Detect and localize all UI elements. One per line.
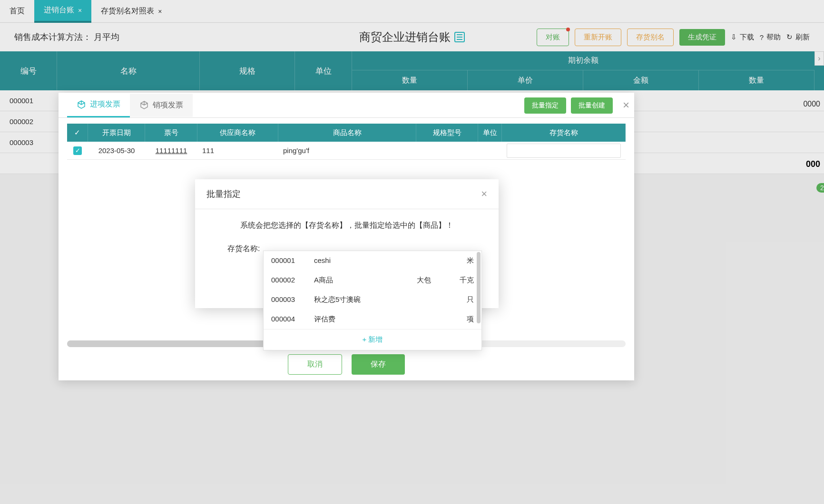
panel-actions: 批量指定 批量创建 <box>524 97 613 114</box>
cell-supplier: 111 <box>197 146 278 155</box>
cell-goods: ping'gu'f <box>278 146 416 155</box>
modal-message: 系统会把您选择的【存货名称】，批量指定给选中的【商品】！ <box>206 221 487 231</box>
cancel-button[interactable]: 取消 <box>288 354 342 375</box>
th-unit: 单位 <box>478 124 502 142</box>
invoice-table-header: ✓ 开票日期 票号 供应商名称 商品名称 规格型号 单位 存货名称 <box>67 124 626 142</box>
modal-title: 批量指定 <box>206 188 241 200</box>
th-checkbox[interactable]: ✓ <box>67 124 88 142</box>
save-button[interactable]: 保存 <box>352 354 405 375</box>
th-goods: 商品名称 <box>278 124 416 142</box>
row-checkbox[interactable]: ✓ <box>67 146 88 155</box>
th-supplier: 供应商名称 <box>197 124 278 142</box>
panel-footer: 取消 保存 <box>59 354 634 375</box>
cell-stock-name[interactable] <box>502 144 626 158</box>
th-number: 票号 <box>145 124 197 142</box>
invoice-row: ✓ 2023-05-30 11111111 111 ping'gu'f <box>67 142 626 160</box>
th-date: 开票日期 <box>88 124 145 142</box>
modal-header: 批量指定 × <box>195 179 499 209</box>
cell-date: 2023-05-30 <box>88 146 145 155</box>
cube-icon <box>139 100 149 110</box>
invoice-tabs: 进项发票 销项发票 批量指定 批量创建 × <box>59 93 634 118</box>
stock-dropdown: 000001 ceshi 米 000002 A商品 大包 千克 000003 秋… <box>263 251 482 350</box>
batch-assign-button[interactable]: 批量指定 <box>524 97 566 114</box>
dropdown-list[interactable]: 000001 ceshi 米 000002 A商品 大包 千克 000003 秋… <box>264 251 481 329</box>
dropdown-option[interactable]: 000002 A商品 大包 千克 <box>264 271 481 290</box>
cell-number[interactable]: 11111111 <box>145 146 197 155</box>
tab-sales-invoice[interactable]: 销项发票 <box>130 94 193 117</box>
add-new-option[interactable]: + 新增 <box>264 329 481 350</box>
dropdown-option[interactable]: 000001 ceshi 米 <box>264 251 481 271</box>
cube-icon <box>77 100 86 109</box>
th-model: 规格型号 <box>416 124 478 142</box>
dropdown-option[interactable]: 000003 秋之恋5寸澳碗 只 <box>264 290 481 310</box>
th-stock-name: 存货名称 <box>502 124 626 142</box>
tab-income-invoice[interactable]: 进项发票 <box>67 93 130 117</box>
close-icon[interactable]: × <box>623 98 629 112</box>
dropdown-scrollbar[interactable] <box>477 252 481 323</box>
dropdown-option[interactable]: 000004 评估费 项 <box>264 310 481 329</box>
close-icon[interactable]: × <box>481 188 487 200</box>
batch-create-button[interactable]: 批量创建 <box>571 97 613 114</box>
